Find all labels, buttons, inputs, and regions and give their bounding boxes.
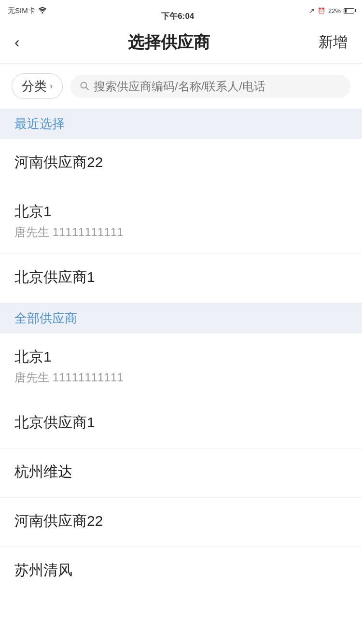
item-name: 苏州清风	[14, 560, 348, 580]
recent-items-list: 河南供应商22北京1唐先生 11111111111北京供应商1	[0, 139, 362, 303]
status-bar: 无SIM卡 下午6:04 ↗ ⏰ 22%	[0, 0, 362, 21]
battery-percent: 22%	[328, 7, 341, 14]
item-name: 河南供应商22	[14, 153, 348, 172]
search-icon	[80, 80, 89, 93]
search-box[interactable]	[70, 75, 350, 98]
filter-bar: 分类 ›	[0, 64, 362, 109]
item-name: 北京供应商1	[14, 413, 348, 433]
item-name: 北京1	[14, 202, 348, 222]
all-list-item[interactable]: 北京供应商1	[0, 399, 362, 448]
back-button[interactable]: ‹	[14, 33, 20, 51]
category-label: 分类	[22, 78, 47, 95]
search-input[interactable]	[94, 80, 341, 93]
svg-line-2	[86, 87, 88, 90]
add-button[interactable]: 新增	[319, 32, 348, 52]
carrier-label: 无SIM卡	[8, 6, 35, 15]
all-section-header: 全部供应商	[0, 303, 362, 334]
status-right: ↗ ⏰ 22%	[309, 7, 354, 14]
recent-list-item[interactable]: 河南供应商22	[0, 139, 362, 188]
alarm-icon: ⏰	[318, 7, 325, 14]
status-time: 下午6:04	[161, 11, 194, 22]
all-section-label: 全部供应商	[14, 311, 77, 325]
battery-icon	[344, 8, 354, 14]
status-left: 无SIM卡	[8, 6, 47, 15]
recent-list-item[interactable]: 北京1唐先生 11111111111	[0, 188, 362, 254]
nav-bar: ‹ 选择供应商 新增	[0, 21, 362, 64]
recent-section-header: 最近选择	[0, 109, 362, 139]
all-list-item[interactable]: 杭州维达	[0, 448, 362, 498]
recent-section-label: 最近选择	[14, 116, 65, 131]
item-sub: 唐先生 11111111111	[14, 224, 348, 240]
page-title: 选择供应商	[128, 31, 210, 54]
svg-point-0	[42, 12, 43, 14]
item-name: 河南供应商22	[14, 511, 348, 531]
category-filter[interactable]: 分类 ›	[12, 73, 63, 99]
all-list-item[interactable]: 河南供应商22	[0, 498, 362, 547]
chevron-right-icon: ›	[50, 81, 53, 91]
item-name: 北京供应商1	[14, 267, 348, 287]
all-list-item[interactable]: 北京1唐先生 11111111111	[0, 334, 362, 399]
item-name: 杭州维达	[14, 462, 348, 482]
all-list-item[interactable]: 苏州清风	[0, 547, 362, 596]
all-items-list: 北京1唐先生 11111111111北京供应商1杭州维达河南供应商22苏州清风	[0, 334, 362, 596]
location-icon: ↗	[309, 7, 315, 14]
recent-list-item[interactable]: 北京供应商1	[0, 254, 362, 303]
wifi-icon	[38, 7, 47, 15]
item-name: 北京1	[14, 347, 348, 367]
item-sub: 唐先生 11111111111	[14, 370, 348, 385]
